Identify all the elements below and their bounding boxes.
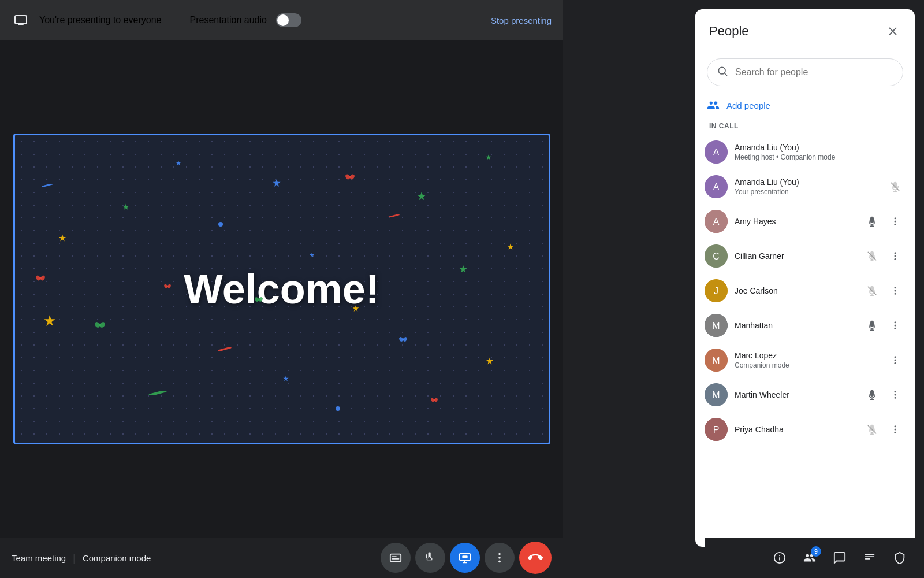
svg-point-77 — [895, 360, 896, 361]
svg-point-19 — [431, 398, 435, 403]
svg-text:J: J — [714, 286, 718, 296]
presentation-audio-toggle[interactable] — [276, 13, 301, 27]
participant-row: M Marc LopezCompanion mode — [695, 343, 915, 377]
bottom-controls — [381, 542, 552, 574]
participant-actions — [862, 384, 906, 405]
more-options-icon[interactable] — [885, 350, 906, 370]
participant-actions — [862, 211, 906, 232]
mic-muted-icon[interactable] — [862, 280, 882, 301]
info-button[interactable] — [767, 545, 792, 570]
svg-point-13 — [99, 324, 102, 327]
add-people-button[interactable]: Add people — [695, 93, 915, 117]
more-options-icon[interactable] — [885, 419, 906, 440]
svg-point-3 — [349, 176, 351, 178]
svg-text:A: A — [713, 182, 720, 192]
in-call-label: IN CALL — [695, 117, 915, 135]
captions-button[interactable] — [381, 543, 411, 573]
mic-muted-icon[interactable] — [862, 419, 882, 440]
confetti-item-13 — [218, 344, 232, 353]
participant-sub: Meeting host • Companion mode — [735, 153, 899, 161]
more-options-icon[interactable] — [885, 315, 906, 336]
participant-row: A Amy Hayes — [695, 204, 915, 239]
more-options-icon[interactable] — [885, 211, 906, 232]
participant-row: A Amanda Liu (You)Meeting host • Compani… — [695, 135, 915, 169]
panel-header: People — [695, 9, 915, 51]
svg-rect-18 — [148, 391, 167, 395]
avatar: M — [705, 383, 728, 406]
present-button[interactable] — [450, 543, 480, 573]
svg-rect-23 — [388, 214, 400, 217]
confetti-item-8 — [164, 283, 171, 291]
confetti-item-6 — [308, 252, 315, 261]
search-input[interactable] — [735, 67, 893, 77]
mic-muted-icon[interactable] — [885, 176, 906, 197]
avatar: A — [705, 210, 728, 233]
confetti-item-20 — [175, 160, 182, 169]
safety-button[interactable] — [887, 545, 912, 570]
confetti-item-2 — [415, 191, 428, 207]
svg-point-76 — [895, 356, 896, 358]
confetti-item-12 — [399, 335, 407, 345]
svg-point-26 — [40, 275, 45, 281]
meeting-name: Team meeting — [12, 553, 66, 563]
svg-rect-24 — [42, 184, 53, 187]
raise-hand-button[interactable] — [415, 543, 445, 573]
mic-on-icon[interactable] — [862, 211, 882, 232]
search-icon — [717, 65, 728, 80]
more-options-button[interactable] — [485, 543, 515, 573]
people-button[interactable]: 9 — [797, 545, 822, 570]
confetti-item-19 — [485, 154, 493, 164]
participant-row: M Martin Wheeler — [695, 377, 915, 412]
svg-point-48 — [895, 217, 896, 219]
confetti-item-22 — [506, 243, 515, 254]
stop-presenting-button[interactable]: Stop presenting — [491, 16, 552, 25]
chat-button[interactable] — [827, 545, 852, 570]
presenting-label: You're presenting to everyone — [39, 15, 162, 25]
close-panel-button[interactable] — [882, 21, 903, 42]
people-panel: People Add people IN CALL — [695, 9, 915, 547]
svg-point-66 — [895, 293, 896, 295]
svg-point-73 — [895, 328, 896, 329]
present-screen-icon — [12, 11, 30, 29]
mic-muted-icon[interactable] — [862, 246, 882, 266]
svg-point-71 — [895, 321, 896, 323]
more-options-icon[interactable] — [885, 280, 906, 301]
svg-point-4 — [218, 222, 223, 227]
svg-point-84 — [895, 394, 896, 396]
svg-point-64 — [895, 287, 896, 288]
participant-row: C Cillian Garner — [695, 239, 915, 273]
mic-on-icon[interactable] — [862, 315, 882, 336]
confetti-item-18 — [335, 406, 341, 413]
avatar: C — [705, 244, 728, 268]
search-container — [695, 51, 915, 93]
svg-rect-28 — [390, 554, 401, 562]
activities-button[interactable] — [857, 545, 882, 570]
companion-mode-label: Companion mode — [83, 553, 151, 563]
more-options-icon[interactable] — [885, 384, 906, 405]
svg-point-85 — [895, 397, 896, 399]
presentation-audio-label: Presentation audio — [190, 15, 267, 25]
participant-info: Amanda Liu (You)Meeting host • Companion… — [735, 143, 899, 161]
top-bar: You're presenting to everyone Presentati… — [0, 0, 563, 40]
avatar: A — [705, 140, 728, 164]
svg-point-93 — [895, 432, 896, 433]
confetti-item-15 — [282, 375, 290, 385]
svg-rect-17 — [218, 347, 232, 351]
add-people-label: Add people — [726, 101, 770, 110]
participant-actions — [885, 350, 906, 370]
end-call-button[interactable] — [519, 542, 552, 574]
participant-actions — [885, 176, 906, 197]
mic-on-icon[interactable] — [862, 384, 882, 405]
participant-row: A Amanda Liu (You)Your presentation — [695, 169, 915, 204]
participant-actions — [862, 419, 906, 440]
participant-row: P Priya Chadha — [695, 412, 915, 447]
main-area: Welcome! — [0, 40, 563, 538]
svg-point-34 — [498, 557, 501, 559]
more-options-icon[interactable] — [885, 246, 906, 266]
participant-info: Cillian Garner — [735, 251, 855, 261]
presentation-canvas: Welcome! — [13, 134, 550, 444]
svg-point-65 — [895, 290, 896, 292]
panel-title: People — [709, 24, 882, 39]
svg-point-21 — [434, 399, 435, 401]
participant-info: Joe Carlson — [735, 286, 855, 295]
